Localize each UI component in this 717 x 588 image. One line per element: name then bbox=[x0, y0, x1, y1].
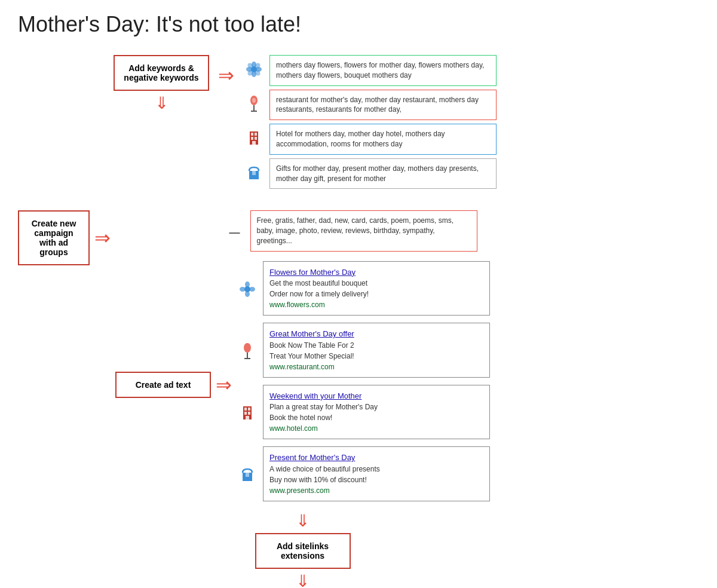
svg-rect-18 bbox=[251, 137, 253, 140]
svg-rect-16 bbox=[251, 133, 253, 136]
ad-url-hotel: www.hotel.com bbox=[269, 423, 483, 434]
svg-rect-19 bbox=[255, 137, 257, 140]
ad-body-restaurant: Book Now The Table For 2 Treat Your Moth… bbox=[269, 340, 483, 362]
kw-row-florist: mothers day flowers, flowers for mother … bbox=[243, 55, 497, 86]
svg-point-28 bbox=[240, 287, 246, 292]
neg-kw-dash-icon: — bbox=[224, 226, 246, 239]
svg-rect-24 bbox=[256, 169, 258, 171]
arrow-down-keywords: ⇓ bbox=[155, 93, 168, 113]
hotel-icon-kw bbox=[243, 129, 265, 149]
negative-kw-box: Free, gratis, father, dad, new, card, ca… bbox=[250, 210, 477, 251]
ad-box-restaurant: Great Mother's Day offer Book Now The Ta… bbox=[263, 323, 490, 378]
retail-icon-ad bbox=[237, 466, 258, 486]
ad-box-retail: Present for Mother's Day A wide choice o… bbox=[263, 446, 490, 501]
svg-rect-20 bbox=[252, 141, 256, 145]
svg-rect-39 bbox=[246, 416, 249, 419]
ad-row-florist: Flowers for Mother's Day Get the most be… bbox=[237, 261, 490, 320]
arrow-right-create-ad: ⇒ bbox=[216, 375, 232, 394]
ad-url-retail: www.presents.com bbox=[269, 485, 483, 496]
create-ad-box: Create ad text bbox=[115, 372, 211, 398]
kw-row-retail: Gifts for mother day, present mother day… bbox=[243, 158, 497, 189]
kw-box-retail: Gifts for mother day, present mother day… bbox=[269, 158, 497, 189]
florist-icon-ad bbox=[237, 280, 258, 301]
svg-rect-23 bbox=[250, 169, 252, 171]
ad-row-hotel: Weekend with your Mother Plan a great st… bbox=[237, 385, 490, 443]
florist-icon-kw bbox=[243, 60, 265, 81]
hotel-icon-ad bbox=[237, 404, 258, 424]
ad-title-florist: Flowers for Mother's Day bbox=[269, 267, 483, 278]
svg-rect-41 bbox=[246, 473, 249, 477]
kw-box-florist: mothers day flowers, flowers for mother … bbox=[269, 55, 497, 86]
svg-rect-38 bbox=[248, 412, 250, 415]
ad-box-florist: Flowers for Mother's Day Get the most be… bbox=[263, 261, 490, 316]
ad-box-hotel: Weekend with your Mother Plan a great st… bbox=[263, 385, 490, 440]
svg-point-13 bbox=[252, 98, 256, 103]
keywords-box: Add keywords & negative keywords bbox=[114, 55, 209, 91]
page-title: Mother's Day: It's not too late! bbox=[18, 12, 699, 37]
ad-body-hotel: Plan a great stay for Mother's Day Book … bbox=[269, 402, 483, 423]
ad-body-florist: Get the most beautiful bouquet Order now… bbox=[269, 278, 483, 299]
svg-rect-35 bbox=[244, 408, 247, 411]
ad-row-restaurant: Great Mother's Day offer Book Now The Ta… bbox=[237, 323, 490, 381]
ad-title-restaurant: Great Mother's Day offer bbox=[269, 328, 483, 340]
restaurant-icon-kw bbox=[243, 94, 265, 115]
svg-rect-37 bbox=[244, 412, 247, 415]
svg-point-27 bbox=[245, 291, 250, 297]
arrow-right-keywords: ⇒ bbox=[218, 66, 234, 85]
retail-icon-kw bbox=[243, 164, 265, 184]
ad-title-hotel: Weekend with your Mother bbox=[269, 390, 483, 402]
ad-row-retail: Present for Mother's Day A wide choice o… bbox=[237, 446, 490, 505]
kw-box-hotel: Hotel for mothers day, mother day hotel,… bbox=[269, 124, 497, 155]
ad-url-restaurant: www.restaurant.com bbox=[269, 362, 483, 372]
arrow-right-campaign: ⇒ bbox=[94, 228, 111, 247]
svg-point-30 bbox=[245, 287, 250, 292]
svg-point-26 bbox=[245, 281, 250, 287]
kw-box-restaurant: restaurant for mother's day, mother day … bbox=[269, 90, 497, 121]
ad-url-florist: www.flowers.com bbox=[269, 299, 483, 310]
campaign-box: Create new campaign with ad groups bbox=[18, 210, 90, 265]
ad-title-retail: Present for Mother's Day bbox=[269, 452, 483, 464]
svg-point-31 bbox=[244, 343, 251, 353]
svg-rect-36 bbox=[248, 408, 250, 411]
restaurant-icon-ad bbox=[237, 342, 258, 362]
keyword-rows: mothers day flowers, flowers for mother … bbox=[243, 55, 497, 192]
ad-rows-group: Flowers for Mother's Day Get the most be… bbox=[237, 261, 490, 509]
arrow-down-1: ⇓ bbox=[279, 511, 327, 531]
arrow-down-2: ⇓ bbox=[279, 571, 327, 588]
sitelinks-box: Add sitelinks extensions bbox=[255, 533, 351, 569]
ad-body-retail: A wide choice of beautiful presents Buy … bbox=[269, 464, 483, 485]
svg-rect-22 bbox=[252, 171, 256, 175]
svg-rect-17 bbox=[255, 133, 257, 136]
kw-row-hotel: Hotel for mothers day, mother day hotel,… bbox=[243, 124, 497, 155]
svg-point-9 bbox=[252, 67, 256, 72]
kw-row-restaurant: restaurant for mother's day, mother day … bbox=[243, 90, 497, 121]
svg-point-29 bbox=[249, 287, 255, 292]
